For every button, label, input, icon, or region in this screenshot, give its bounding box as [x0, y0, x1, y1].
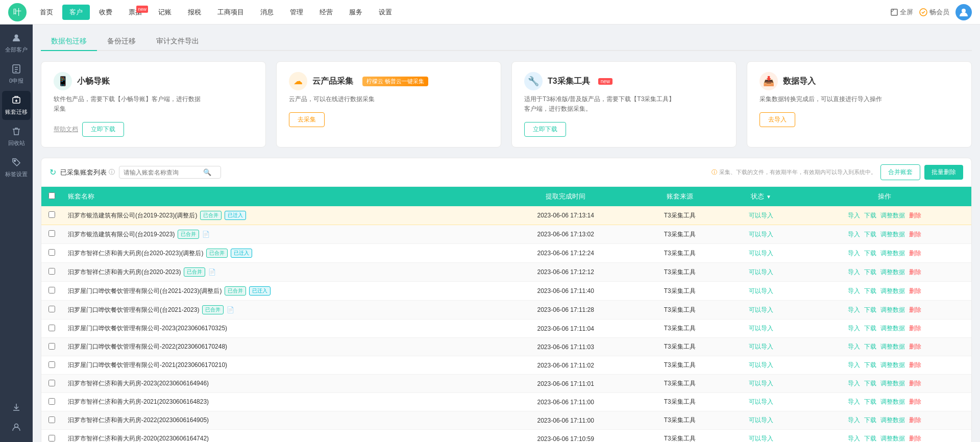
adjust-data-action[interactable]: 调整数据 — [880, 342, 905, 351]
adjust-data-action[interactable]: 调整数据 — [880, 287, 905, 296]
nav-customer[interactable]: 客户 — [62, 5, 90, 20]
download-action[interactable]: 下载 — [864, 398, 876, 406]
nav-tax[interactable]: 报税 — [181, 5, 208, 20]
download-action[interactable]: 下载 — [864, 379, 876, 388]
import-action[interactable]: 导入 — [848, 361, 860, 370]
row-checkbox[interactable] — [48, 343, 55, 350]
row-checkbox[interactable] — [48, 249, 55, 256]
import-action[interactable]: 导入 — [848, 416, 860, 425]
download-action[interactable]: 下载 — [864, 416, 876, 425]
adjust-data-action[interactable]: 调整数据 — [880, 230, 905, 239]
import-action[interactable]: 导入 — [848, 398, 860, 406]
sidebar-item-user[interactable] — [2, 418, 31, 438]
delete-action[interactable]: 删除 — [909, 434, 921, 442]
adjust-data-action[interactable]: 调整数据 — [880, 416, 905, 425]
delete-action[interactable]: 删除 — [909, 324, 921, 333]
import-action[interactable]: 导入 — [848, 287, 860, 296]
delete-action[interactable]: 删除 — [909, 268, 921, 277]
delete-action[interactable]: 删除 — [909, 379, 921, 388]
nav-settings[interactable]: 设置 — [372, 5, 399, 20]
sidebar-item-zero-report[interactable]: 0申报 — [2, 60, 31, 89]
tab-audit-export[interactable]: 审计文件导出 — [146, 33, 209, 51]
delete-action[interactable]: 删除 — [909, 211, 921, 220]
cloud-collect-button[interactable]: 去采集 — [289, 112, 325, 127]
download-action[interactable]: 下载 — [864, 434, 876, 442]
sidebar-item-recycle[interactable]: 回收站 — [2, 122, 31, 151]
dataimport-goto-button[interactable]: 去导入 — [760, 112, 795, 127]
row-checkbox[interactable] — [48, 398, 55, 405]
delete-action[interactable]: 删除 — [909, 230, 921, 239]
sidebar-item-all-customers[interactable]: 全部客户 — [2, 29, 31, 58]
search-input[interactable] — [124, 169, 200, 176]
delete-action[interactable]: 删除 — [909, 249, 921, 258]
info-icon[interactable]: ⓘ — [109, 168, 115, 177]
nav-operation[interactable]: 经营 — [312, 5, 340, 20]
import-action[interactable]: 导入 — [848, 379, 860, 388]
download-action[interactable]: 下载 — [864, 361, 876, 370]
sidebar-item-account-migrate[interactable]: 账套迁移 — [2, 91, 31, 120]
search-icon[interactable]: 🔍 — [203, 168, 211, 176]
delete-action[interactable]: 删除 — [909, 342, 921, 351]
import-action[interactable]: 导入 — [848, 211, 860, 220]
row-checkbox[interactable] — [48, 435, 55, 441]
download-action[interactable]: 下载 — [864, 342, 876, 351]
row-checkbox[interactable] — [48, 380, 55, 386]
adjust-data-action[interactable]: 调整数据 — [880, 249, 905, 258]
xiaochang-help-link[interactable]: 帮助文档 — [54, 125, 78, 134]
member-button[interactable]: 畅会员 — [919, 8, 949, 17]
sidebar-item-download[interactable] — [2, 398, 31, 418]
adjust-data-action[interactable]: 调整数据 — [880, 268, 905, 277]
file-icon[interactable]: 📄 — [208, 268, 216, 276]
adjust-data-action[interactable]: 调整数据 — [880, 306, 905, 314]
adjust-data-action[interactable]: 调整数据 — [880, 434, 905, 442]
nav-home[interactable]: 首页 — [33, 5, 60, 20]
select-all-checkbox[interactable] — [48, 192, 55, 199]
adjust-data-action[interactable]: 调整数据 — [880, 361, 905, 370]
import-action[interactable]: 导入 — [848, 342, 860, 351]
download-action[interactable]: 下载 — [864, 287, 876, 296]
download-action[interactable]: 下载 — [864, 249, 876, 258]
delete-action[interactable]: 删除 — [909, 416, 921, 425]
nav-business[interactable]: 工商项目 — [210, 5, 251, 20]
adjust-data-action[interactable]: 调整数据 — [880, 324, 905, 333]
delete-action[interactable]: 删除 — [909, 287, 921, 296]
sidebar-item-tags[interactable]: 标签设置 — [2, 153, 31, 182]
nav-invoice[interactable]: 票据new — [121, 5, 149, 20]
tab-backup-migrate[interactable]: 备份迁移 — [97, 33, 146, 51]
import-action[interactable]: 导入 — [848, 434, 860, 442]
row-checkbox[interactable] — [48, 306, 55, 312]
status-filter-icon[interactable]: ▼ — [766, 194, 771, 200]
nav-manage[interactable]: 管理 — [283, 5, 310, 20]
tab-data-migrate[interactable]: 数据包迁移 — [41, 33, 97, 51]
nav-fee[interactable]: 收费 — [92, 5, 119, 20]
adjust-data-action[interactable]: 调整数据 — [880, 211, 905, 220]
delete-action[interactable]: 删除 — [909, 398, 921, 406]
adjust-data-action[interactable]: 调整数据 — [880, 379, 905, 388]
t3-download-button[interactable]: 立即下载 — [524, 122, 566, 137]
row-checkbox[interactable] — [48, 416, 55, 423]
delete-action[interactable]: 删除 — [909, 306, 921, 314]
fullscreen-button[interactable]: 全屏 — [891, 8, 913, 17]
nav-accounting[interactable]: 记账 — [151, 5, 179, 20]
import-action[interactable]: 导入 — [848, 249, 860, 258]
row-checkbox[interactable] — [48, 325, 55, 331]
download-action[interactable]: 下载 — [864, 230, 876, 239]
batch-delete-button[interactable]: 批量删除 — [924, 165, 963, 180]
download-action[interactable]: 下载 — [864, 306, 876, 314]
row-checkbox[interactable] — [48, 211, 55, 218]
download-action[interactable]: 下载 — [864, 268, 876, 277]
download-action[interactable]: 下载 — [864, 324, 876, 333]
import-action[interactable]: 导入 — [848, 306, 860, 314]
file-icon[interactable]: 📄 — [227, 306, 234, 313]
nav-message[interactable]: 消息 — [253, 5, 281, 20]
import-action[interactable]: 导入 — [848, 268, 860, 277]
import-action[interactable]: 导入 — [848, 324, 860, 333]
nav-service[interactable]: 服务 — [342, 5, 370, 20]
row-checkbox[interactable] — [48, 361, 55, 368]
refresh-icon[interactable]: ↻ — [50, 167, 56, 177]
import-action[interactable]: 导入 — [848, 230, 860, 239]
app-logo[interactable]: 叶 — [8, 3, 27, 21]
download-action[interactable]: 下载 — [864, 211, 876, 220]
merge-accounts-button[interactable]: 合并账套 — [880, 164, 920, 180]
xiaochang-download-button[interactable]: 立即下载 — [82, 122, 124, 137]
